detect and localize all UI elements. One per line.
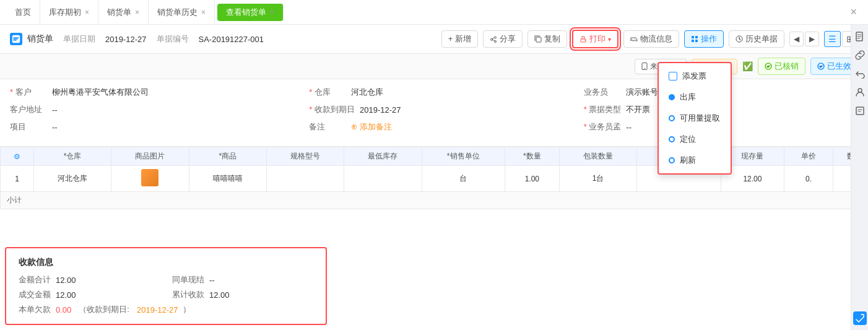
main-content: 销货单 单据日期 2019-12-27 单据编号 SA-20191227-001… (0, 25, 868, 330)
transaction-item: 成交金额 12.00 (19, 289, 160, 300)
sidebar-icon-3[interactable] (853, 67, 867, 80)
svg-rect-1 (536, 37, 541, 42)
copy-button[interactable]: 复制 (527, 30, 567, 48)
tab-home[interactable]: 首页 (6, 0, 40, 25)
customer-label: 客户 (10, 87, 47, 98)
total-amount-label: 金额合计 (19, 274, 51, 285)
doc-title-area: 销货单 (10, 33, 53, 45)
row-unit: 台 (422, 166, 505, 192)
project-value: -- (52, 123, 58, 132)
tab-close-view-sales[interactable]: × (270, 8, 274, 17)
date-value: 2019-12-27 (105, 35, 147, 44)
tab-close-history[interactable]: × (201, 8, 206, 17)
menu-add-invoice[interactable]: 添发票 (659, 66, 731, 87)
tab-close-sales[interactable]: × (135, 8, 139, 17)
prev-button[interactable]: ◀ (789, 32, 804, 46)
subtotal-row: 小计 (1, 192, 868, 209)
transaction-value: 12.00 (56, 290, 76, 300)
print-button[interactable]: 打印 ▾ (572, 30, 618, 48)
svg-rect-16 (856, 107, 864, 115)
same-order-label: 同单现结 (172, 274, 204, 285)
doc-meta: 单据日期 2019-12-27 单据编号 SA-20191227-001 (63, 33, 264, 45)
row-spec (266, 166, 344, 192)
col-warehouse: *仓库 (33, 147, 111, 166)
col-price: 单价 (784, 147, 833, 166)
approve-check-icon: ✅ (742, 61, 753, 71)
col-qty: *数量 (505, 147, 559, 166)
col-pkg-qty: 包装数量 (559, 147, 636, 166)
outbound-icon (669, 94, 675, 100)
sales-employee-label: 业务员孟 (584, 121, 622, 132)
sidebar-icon-4[interactable] (853, 85, 867, 99)
add-note-button[interactable]: ⊕ 添加备注 (351, 121, 392, 132)
payment-date-value: 2019-12-27 (360, 105, 401, 115)
second-row: 来自手机 未开票 ✅ 已核销 已生效 (0, 54, 868, 79)
operation-button[interactable]: 操作 (684, 30, 724, 48)
tab-close-inventory[interactable]: × (85, 8, 89, 17)
list-view-button[interactable]: ☰ (824, 31, 841, 47)
nav-arrows: ◀ ▶ (789, 32, 819, 46)
right-sidebar (851, 25, 868, 330)
sidebar-icon-2[interactable] (853, 48, 867, 62)
sales-employee-value: -- (626, 123, 631, 132)
tab-view-sales[interactable]: 查看销货单 × (217, 4, 284, 21)
number-value: SA-20191227-001 (199, 35, 264, 44)
sidebar-icon-1[interactable] (853, 30, 867, 43)
doc-type-icon (10, 33, 22, 45)
row-warehouse: 河北仓库 (33, 166, 111, 192)
next-button[interactable]: ▶ (805, 32, 819, 46)
table-area: ⚙ *仓库 商品图片 *商品 规格型号 最低库存 *销售单位 *数量 包装数量 … (0, 147, 868, 330)
invoice-type-value: 不开票 (626, 104, 650, 115)
tab-sales-order[interactable]: 销货单 × (98, 0, 149, 25)
row-min-stock (344, 166, 422, 192)
expand-icon[interactable] (853, 311, 867, 325)
cumulative-label: 累计收款 (172, 289, 204, 300)
menu-outbound[interactable]: 出库 (659, 87, 731, 108)
col-min-stock: 最低库存 (344, 147, 422, 166)
number-label: 单据编号 (157, 33, 189, 45)
summary-grid: 金额合计 12.00 同单现结 -- 成交金额 12.00 累计收款 12.00 (19, 274, 313, 315)
form-area: 客户 柳州粤港平安气体有限公司 仓库 河北仓库 业务员 演示账号 客户地址 -- (0, 79, 868, 147)
col-image: 商品图片 (111, 147, 189, 166)
subtotal-label: 小计 (1, 192, 868, 209)
col-unit: *销售单位 (422, 147, 505, 166)
tab-inventory-init[interactable]: 库存期初 × (40, 0, 98, 25)
menu-refresh[interactable]: 刷新 (659, 150, 731, 171)
payment-date-field: 收款到期日 2019-12-27 (309, 104, 583, 115)
cumulative-value: 12.00 (209, 290, 230, 300)
outstanding-label: 本单欠款 (19, 304, 51, 315)
row-index: 1 (1, 166, 34, 192)
doc-type-label: 销货单 (27, 33, 53, 45)
col-settings[interactable]: ⚙ (1, 147, 34, 166)
window-close-button[interactable]: × (845, 6, 862, 19)
sidebar-icon-5[interactable] (853, 104, 867, 118)
refresh-icon (669, 157, 675, 163)
transaction-label: 成交金额 (19, 289, 51, 300)
logistics-button[interactable]: 物流信息 (623, 30, 679, 48)
employee-label: 业务员 (584, 87, 621, 98)
row-image (111, 166, 189, 192)
col-spec: 规格型号 (266, 147, 344, 166)
menu-available-pickup[interactable]: 可用量提取 (659, 108, 731, 129)
tab-sales-history[interactable]: 销货单历史 × (149, 0, 215, 25)
share-button[interactable]: 分享 (483, 30, 523, 48)
history-button[interactable]: 历史单据 (729, 30, 784, 48)
new-button[interactable]: + 新增 (441, 30, 478, 48)
svg-point-3 (584, 40, 586, 41)
warehouse-field: 仓库 河北仓库 (309, 87, 583, 98)
outstanding-item: 本单欠款 0.00 （收款到期日: 2019-12-27 ） (19, 304, 313, 315)
summary-box: 收款信息 金额合计 12.00 同单现结 -- 成交金额 12.00 (5, 247, 327, 325)
customer-field: 客户 柳州粤港平安气体有限公司 (10, 87, 284, 98)
items-table: ⚙ *仓库 商品图片 *商品 规格型号 最低库存 *销售单位 *数量 包装数量 … (0, 147, 868, 209)
cancelled-button[interactable]: 已核销 (758, 58, 805, 75)
warehouse-label: 仓库 (309, 87, 346, 98)
add-invoice-icon (669, 72, 677, 80)
menu-locate[interactable]: 定位 (659, 129, 731, 150)
same-order-value: -- (209, 276, 215, 285)
row-product: 嘻嘻嘻嘻 (189, 166, 266, 192)
row-qty: 1.00 (505, 166, 559, 192)
warehouse-value: 河北仓库 (351, 87, 383, 98)
employee-value: 演示账号 (626, 87, 658, 98)
row-pkg-qty: 1台 (559, 166, 636, 192)
svg-point-10 (644, 68, 645, 69)
